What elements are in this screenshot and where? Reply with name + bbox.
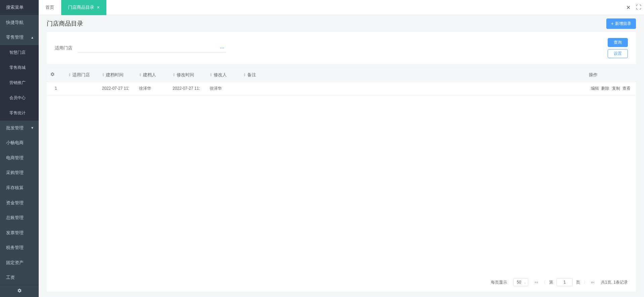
sort-icon: ▲▼: [243, 73, 246, 77]
settings-button[interactable]: 设置: [608, 49, 628, 58]
next-page-icon[interactable]: 〉: [583, 280, 587, 285]
th-create-time[interactable]: ▲▼建档时间: [99, 68, 136, 82]
sort-icon: ▲▼: [173, 73, 175, 77]
tab-store-product-catalog[interactable]: 门店商品目录 ×: [61, 0, 107, 15]
th-modifier[interactable]: ▲▼修改人: [206, 68, 240, 82]
sort-icon: ▲▼: [68, 73, 71, 77]
th-store-label: 适用门店: [72, 72, 90, 77]
page-suffix: 页: [576, 280, 580, 285]
sidebar-item-tax[interactable]: 税务管理: [0, 240, 39, 255]
close-all-tabs-icon[interactable]: ✕: [626, 4, 631, 11]
sort-icon: ▲▼: [210, 73, 212, 77]
tab-active-label: 门店商品目录: [68, 4, 94, 10]
data-table: ▲▼适用门店 ▲▼建档时间 ▲▼建档人 ▲▼修改时间 ▲▼修改人 ▲▼备注 操作…: [47, 68, 636, 95]
sidebar-settings-button[interactable]: [0, 285, 39, 297]
plus-icon: +: [611, 21, 614, 26]
chevron-up-icon: ▲: [31, 36, 34, 39]
filter-store-label: 适用门店: [55, 45, 72, 51]
sidebar-sub-marketing[interactable]: 营销推广: [0, 75, 39, 90]
chevron-down-icon: ▼: [31, 126, 34, 130]
chevron-down-icon: ⌄: [524, 281, 526, 284]
view-action[interactable]: 查看: [622, 86, 631, 91]
sidebar-search-menu[interactable]: 搜索菜单: [0, 0, 39, 15]
gear-icon: [50, 73, 55, 78]
filter-actions: 查询 设置: [608, 38, 628, 58]
edit-action[interactable]: 编辑: [590, 86, 600, 91]
filter-store-input[interactable]: [78, 44, 226, 53]
last-page-icon[interactable]: ⏭: [591, 280, 595, 285]
close-icon[interactable]: ×: [97, 5, 100, 10]
main-content: 首页 门店商品目录 × ✕ ⛶ 门店商品目录 + 新增目录 适用门店 ···: [39, 0, 644, 297]
sidebar-item-ledger[interactable]: 总账管理: [0, 210, 39, 225]
sidebar-sub-member[interactable]: 会员中心: [0, 90, 39, 105]
add-catalog-label: 新增目录: [615, 21, 631, 27]
sidebar-sub-smart-store[interactable]: 智慧门店: [0, 45, 39, 60]
table-container: ▲▼适用门店 ▲▼建档时间 ▲▼建档人 ▲▼修改时间 ▲▼修改人 ▲▼备注 操作…: [47, 68, 636, 273]
cell-create-time: 2022-07-27 11:: [99, 82, 136, 95]
th-remark-label: 备注: [247, 72, 256, 77]
sidebar-retail-mgmt[interactable]: 零售管理 ▲: [0, 30, 39, 45]
cell-modify-time: 2022-07-27 11:: [169, 82, 206, 95]
tab-bar: 首页 门店商品目录 × ✕ ⛶: [39, 0, 644, 15]
cell-index: 1: [47, 82, 65, 95]
prev-page-icon[interactable]: 〈: [542, 280, 546, 285]
page-title: 门店商品目录: [47, 19, 83, 28]
query-button[interactable]: 查询: [608, 38, 628, 47]
copy-action[interactable]: 复制: [611, 86, 621, 91]
th-create-time-label: 建档时间: [106, 72, 123, 77]
sidebar: 搜索菜单 快捷导航 零售管理 ▲ 智慧门店 零售商城 营销推广 会员中心 零售统…: [0, 0, 39, 297]
add-catalog-button[interactable]: + 新增目录: [606, 18, 636, 29]
tab-bar-actions: ✕ ⛶: [626, 4, 644, 11]
more-icon[interactable]: ···: [220, 46, 224, 50]
th-remark[interactable]: ▲▼备注: [240, 68, 585, 82]
sidebar-retail-label: 零售管理: [6, 34, 24, 40]
filter-bar: 适用门店 ··· 查询 设置: [47, 32, 636, 64]
page-header: 门店商品目录 + 新增目录: [39, 15, 644, 32]
th-modify-time-label: 修改时间: [177, 72, 194, 77]
pagination-nav: ⏮ 〈 第 页 〉 ⏭: [534, 278, 595, 286]
first-page-icon[interactable]: ⏮: [534, 280, 538, 285]
th-creator-label: 建档人: [143, 72, 156, 77]
th-action: 操作: [585, 68, 636, 82]
filter-store-input-wrap: ···: [78, 44, 226, 53]
delete-action[interactable]: 删除: [601, 86, 610, 91]
sidebar-item-xiaochang[interactable]: 小畅电商: [0, 135, 39, 151]
pagination-bar: 每页显示 50 ⌄ ⏮ 〈 第 页 〉 ⏭ 共1页, 1条记录: [47, 273, 636, 292]
th-modify-time[interactable]: ▲▼修改时间: [169, 68, 206, 82]
page-size-select[interactable]: 50 ⌄: [513, 278, 528, 286]
sidebar-item-inventory[interactable]: 库存核算: [0, 180, 39, 196]
cell-creator[interactable]: 徐泽华: [136, 82, 169, 95]
page-number-input[interactable]: [557, 278, 573, 286]
th-modifier-label: 修改人: [214, 72, 227, 77]
sidebar-sub-retail-stats[interactable]: 零售统计: [0, 105, 39, 121]
table-row: 1 2022-07-27 11: 徐泽华 2022-07-27 11: 徐泽华 …: [47, 82, 636, 95]
table-header-row: ▲▼适用门店 ▲▼建档时间 ▲▼建档人 ▲▼修改时间 ▲▼修改人 ▲▼备注 操作: [47, 68, 636, 82]
sidebar-wholesale-label: 批发管理: [6, 125, 24, 131]
cell-actions: 编辑 删除 复制 查看: [585, 82, 636, 95]
sidebar-quick-nav[interactable]: 快捷导航: [0, 15, 39, 30]
tab-home[interactable]: 首页: [39, 0, 61, 15]
sort-icon: ▲▼: [102, 73, 105, 77]
sidebar-retail-submenu: 智慧门店 零售商城 营销推广 会员中心 零售统计: [0, 45, 39, 121]
per-page-label: 每页显示: [491, 280, 507, 285]
cell-remark: [240, 82, 585, 95]
sidebar-item-ecommerce[interactable]: 电商管理: [0, 151, 39, 166]
cell-modifier[interactable]: 徐泽华: [206, 82, 240, 95]
gear-icon: [17, 288, 22, 294]
th-creator[interactable]: ▲▼建档人: [136, 68, 169, 82]
sidebar-item-fixed-assets[interactable]: 固定资产: [0, 255, 39, 270]
cell-store: [65, 82, 99, 95]
sidebar-item-salary[interactable]: 工资: [0, 270, 39, 285]
fullscreen-icon[interactable]: ⛶: [636, 4, 641, 10]
sidebar-item-purchase[interactable]: 采购管理: [0, 165, 39, 180]
sidebar-item-funds[interactable]: 资金管理: [0, 195, 39, 210]
sidebar-wholesale-mgmt[interactable]: 批发管理 ▼: [0, 121, 39, 136]
column-settings-header[interactable]: [47, 68, 65, 82]
sidebar-sub-retail-mall[interactable]: 零售商城: [0, 60, 39, 75]
page-prefix: 第: [549, 280, 553, 285]
sidebar-item-invoice[interactable]: 发票管理: [0, 225, 39, 240]
th-store[interactable]: ▲▼适用门店: [65, 68, 99, 82]
pagination-summary: 共1页, 1条记录: [601, 280, 628, 285]
sort-icon: ▲▼: [139, 73, 142, 77]
